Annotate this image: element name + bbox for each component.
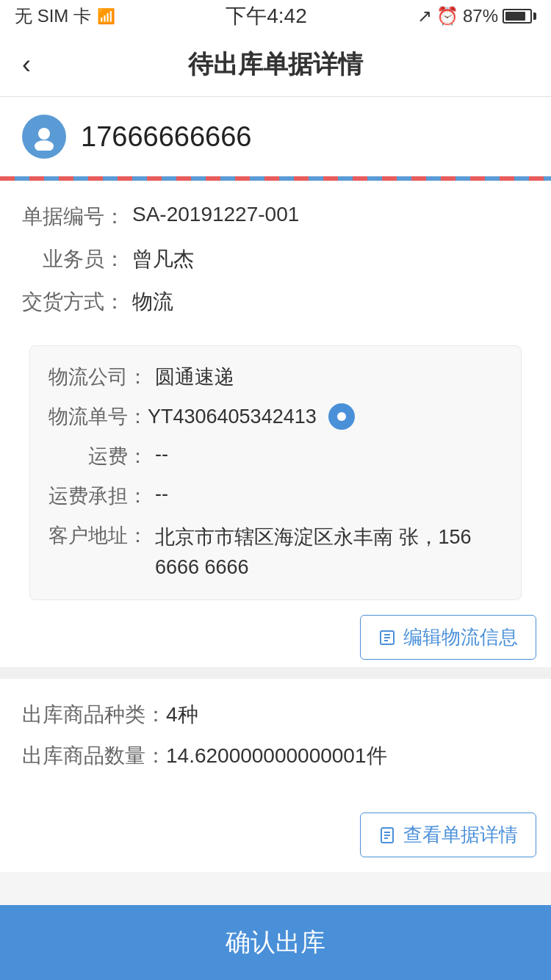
address-value: 北京市市辖区海淀区永丰南 张，156 6666 6666 (155, 522, 506, 582)
confirm-btn-label: 确认出库 (226, 928, 325, 956)
doc-number-row: 单据编号： SA-20191227-001 (22, 203, 529, 231)
goods-quantity-row: 出库商品数量： 14.620000000000001件 (22, 742, 529, 770)
edit-btn-row: 编辑物流信息 (0, 600, 551, 667)
avatar (22, 115, 66, 159)
goods-quantity-label: 出库商品数量： (22, 742, 166, 770)
freight-bearer-value: -- (155, 483, 506, 505)
logistics-tracking-row: 物流单号： YT4306405342413 (45, 403, 506, 430)
goods-types-value: 4种 (166, 701, 198, 729)
logistics-company-label: 物流公司： (45, 364, 148, 390)
edit-icon (378, 629, 396, 646)
back-button[interactable]: ‹ (22, 49, 31, 80)
freight-value: -- (155, 443, 506, 466)
view-detail-button[interactable]: 查看单据详情 (360, 813, 536, 857)
salesman-label: 业务员： (22, 245, 125, 273)
location-service-icon: ↗ (417, 6, 432, 26)
goods-section: 出库商品种类： 4种 出库商品数量： 14.620000000000001件 (0, 679, 551, 798)
view-detail-label: 查看单据详情 (403, 822, 518, 848)
svg-point-1 (35, 140, 54, 151)
status-right: ↗ ⏰ 87% (417, 6, 536, 26)
freight-row: 运费： -- (45, 443, 506, 469)
salesman-row: 业务员： 曾凡杰 (22, 245, 529, 273)
battery-icon (503, 9, 536, 24)
status-bar: 无 SIM 卡 📶 下午4:42 ↗ ⏰ 87% (0, 0, 551, 32)
status-left: 无 SIM 卡 📶 (15, 4, 115, 28)
carrier-label: 无 SIM 卡 (15, 4, 91, 28)
delivery-label: 交货方式： (22, 288, 125, 316)
customer-header: 17666666666 (0, 97, 551, 176)
freight-label: 运费： (45, 443, 148, 469)
goods-quantity-value: 14.620000000000001件 (166, 742, 387, 770)
doc-number-value: SA-20191227-001 (132, 203, 529, 226)
view-detail-row: 查看单据详情 (0, 798, 551, 872)
page-title: 待出库单据详情 (188, 48, 363, 82)
tracking-row: YT4306405342413 (148, 403, 355, 430)
battery-label: 87% (463, 6, 498, 26)
svg-point-0 (38, 128, 50, 140)
edit-logistics-button[interactable]: 编辑物流信息 (360, 615, 536, 660)
edit-btn-label: 编辑物流信息 (403, 624, 518, 650)
section-divider (0, 667, 551, 679)
salesman-value: 曾凡杰 (132, 245, 529, 273)
wifi-icon: 📶 (97, 7, 115, 25)
logistics-company-row: 物流公司： 圆通速递 (45, 364, 506, 390)
status-time: 下午4:42 (226, 2, 307, 30)
address-label: 客户地址： (45, 522, 148, 549)
nav-bar: ‹ 待出库单据详情 (0, 32, 551, 97)
delivery-value: 物流 (132, 288, 529, 316)
document-info: 单据编号： SA-20191227-001 业务员： 曾凡杰 交货方式： 物流 (0, 181, 551, 345)
logistics-section: 物流公司： 圆通速递 物流单号： YT4306405342413 运费： -- … (29, 345, 522, 600)
address-row: 客户地址： 北京市市辖区海淀区永丰南 张，156 6666 6666 (45, 522, 506, 582)
doc-number-label: 单据编号： (22, 203, 125, 231)
delivery-row: 交货方式： 物流 (22, 288, 529, 316)
alarm-icon: ⏰ (436, 6, 458, 26)
tracking-number: YT4306405342413 (148, 406, 317, 428)
goods-types-row: 出库商品种类： 4种 (22, 701, 529, 729)
confirm-button[interactable]: 确认出库 (0, 905, 551, 980)
customer-phone: 17666666666 (81, 121, 251, 153)
freight-bearer-row: 运费承担： -- (45, 483, 506, 509)
dashed-divider (0, 176, 551, 181)
location-icon[interactable] (328, 403, 355, 430)
goods-types-label: 出库商品种类： (22, 701, 166, 729)
logistics-company-value: 圆通速递 (155, 364, 506, 390)
document-icon (378, 826, 396, 844)
logistics-tracking-label: 物流单号： (45, 403, 148, 430)
freight-bearer-label: 运费承担： (45, 483, 148, 509)
